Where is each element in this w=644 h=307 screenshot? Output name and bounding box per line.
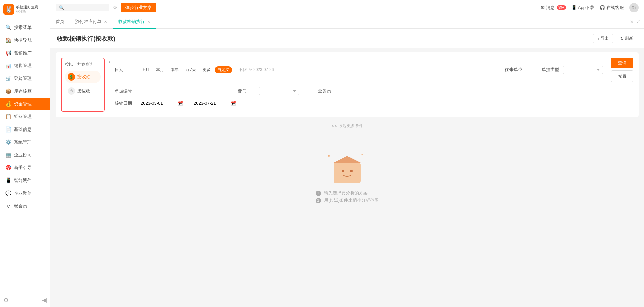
dept-select[interactable] xyxy=(259,87,299,95)
prepay-tab-close[interactable]: ✕ xyxy=(103,19,108,25)
nav-icon-business: 📋 xyxy=(5,114,11,120)
user-avatar[interactable]: Rit xyxy=(629,3,639,12)
logo-icon: 🐰 xyxy=(3,4,14,15)
verify-end-cal-icon[interactable]: 📅 xyxy=(230,101,236,106)
sidebar-item-member[interactable]: V畅会员 xyxy=(0,200,50,212)
refresh-icon: ↻ xyxy=(620,36,624,41)
partner-group: 往来单位 ··· xyxy=(505,66,531,73)
nav-icon-collab: 🏢 xyxy=(5,152,11,158)
sidebar-item-sales[interactable]: 📊销售管理 xyxy=(0,59,50,72)
nav-label-hardware: 智能硬件 xyxy=(14,177,32,184)
collapse-more-section: ∧∧ 收起更多条件 xyxy=(56,121,639,131)
sidebar-item-purchase[interactable]: 🛒采购管理 xyxy=(0,72,50,85)
filter-form: 日期 上月 本月 本年 近7天 更多 自定义 不限 至 2023-07-26 xyxy=(115,58,633,112)
doc-type-label: 单据类型 xyxy=(542,67,560,73)
verify-start-cal-icon[interactable]: 📅 xyxy=(177,101,183,106)
filter-section: 按以下方案查询 💲 按收款 ⏱ 按应收 ‹ 日期 上月 本月 xyxy=(56,52,639,117)
sidebar-item-business[interactable]: 📋经营管理 xyxy=(0,110,50,123)
message-btn[interactable]: ✉ 消息 99+ xyxy=(541,5,566,11)
nav-icon-wechat: 💬 xyxy=(5,190,11,196)
svg-text:✦: ✦ xyxy=(361,153,363,157)
tab-prepay[interactable]: 预付冲应付单 ✕ xyxy=(70,15,113,29)
receipt-tab-close[interactable]: ✕ xyxy=(147,19,151,25)
page-content: 收款核销执行(按收款) ↑ 导出 ↻ 刷新 按以下方案查询 💲 按收款 xyxy=(50,29,644,307)
tab-home[interactable]: 首页 xyxy=(50,15,70,29)
nav-label-marketing: 营销推广 xyxy=(14,50,32,56)
sidebar-item-collab[interactable]: 🏢企业协同 xyxy=(0,149,50,161)
sidebar-item-basicinfo[interactable]: 📄基础信息 xyxy=(0,123,50,136)
nav-label-finance: 资金管理 xyxy=(14,101,32,107)
date-btn-this-year[interactable]: 本年 xyxy=(168,66,181,73)
industry-btn[interactable]: 体验行业方案 xyxy=(121,3,156,12)
message-icon: ✉ xyxy=(541,5,545,10)
sidebar-item-hardware[interactable]: 📱智能硬件 xyxy=(0,174,50,187)
dept-group: 部门 xyxy=(238,87,299,95)
tab-bar: 首页 预付冲应付单 ✕ 收款核销执行 ✕ ✕ ⤢ xyxy=(50,15,644,29)
filter-sidebar: 按以下方案查询 💲 按收款 ⏱ 按应收 xyxy=(61,58,105,112)
main-area: 🔍 ⚙ 体验行业方案 ✉ 消息 99+ 📱 App下载 🎧 在线客服 Rit xyxy=(50,0,644,307)
empty-state: ✦ ✦ 1 请先选择要分析的方案 2 用[过滤]条件来缩小分析范围 xyxy=(50,131,644,225)
date-custom-badge[interactable]: 自定义 xyxy=(215,66,232,73)
date-btn-this-month[interactable]: 本月 xyxy=(153,66,167,73)
date-btn-more[interactable]: 更多 xyxy=(200,66,213,73)
doc-type-select[interactable] xyxy=(563,66,603,74)
receipt-opt-icon: 💲 xyxy=(68,73,75,81)
header-gear-icon[interactable]: ⚙ xyxy=(113,4,117,11)
maximize-icon[interactable]: ⤢ xyxy=(637,19,641,24)
header-right: ✉ 消息 99+ 📱 App下载 🎧 在线客服 Rit xyxy=(541,3,639,12)
doc-no-input[interactable] xyxy=(139,87,212,95)
sidebar-item-marketing[interactable]: 📢营销推广 xyxy=(0,47,50,59)
app-icon: 📱 xyxy=(571,5,577,10)
partner-label: 往来单位 xyxy=(505,67,523,73)
nav-icon-system: ⚙️ xyxy=(5,139,11,145)
filter-option-by-receivable[interactable]: ⏱ 按应收 xyxy=(65,85,101,97)
sidebar-item-quicknav[interactable]: 🏠快捷导航 xyxy=(0,34,50,47)
sidebar-item-wechat[interactable]: 💬企业微信 xyxy=(0,187,50,200)
action-btns: 查询 设置 xyxy=(611,58,633,82)
sidebar-item-system[interactable]: ⚙️系统管理 xyxy=(0,136,50,149)
settings-icon[interactable]: ⚙ xyxy=(3,296,9,304)
staff-dots[interactable]: ··· xyxy=(339,87,344,94)
app-download-btn[interactable]: 📱 App下载 xyxy=(571,5,594,11)
empty-illustration: ✦ ✦ xyxy=(327,151,367,185)
close-tab-icon[interactable]: ✕ xyxy=(630,19,634,24)
date-btn-7days[interactable]: 近7天 xyxy=(183,66,199,73)
export-btn[interactable]: ↑ 导出 xyxy=(593,34,613,43)
nav-icon-inventory: 📦 xyxy=(5,88,11,94)
dept-label: 部门 xyxy=(238,88,256,94)
nav-icon-member: V xyxy=(5,203,11,209)
tab-receipt[interactable]: 收款核销执行 ✕ xyxy=(113,15,156,29)
filter-option-by-receipt[interactable]: 💲 按收款 xyxy=(65,71,101,83)
nav-icon-marketing: 📢 xyxy=(5,50,11,56)
header-search-bar[interactable]: 🔍 xyxy=(56,4,109,11)
sidebar-item-guide[interactable]: 🎯新手引导 xyxy=(0,161,50,174)
nav-icon-guide: 🎯 xyxy=(5,165,11,171)
partner-dots[interactable]: ··· xyxy=(526,66,531,73)
top-header: 🔍 ⚙ 体验行业方案 ✉ 消息 99+ 📱 App下载 🎧 在线客服 Rit xyxy=(50,0,644,15)
collapse-more-btn[interactable]: ∧∧ 收起更多条件 xyxy=(331,123,363,129)
online-service-btn[interactable]: 🎧 在线客服 xyxy=(600,5,624,11)
query-btn[interactable]: 查询 xyxy=(611,58,633,68)
sidebar-bottom: ⚙ ◀ xyxy=(0,293,50,307)
sidebar-item-finance[interactable]: 💰资金管理 xyxy=(0,98,50,110)
empty-tip-2: 2 用[过滤]条件来缩小分析范围 xyxy=(316,197,379,203)
verify-start-date[interactable] xyxy=(139,100,175,107)
nav-icon-purchase: 🛒 xyxy=(5,75,11,82)
search-icon: 🔍 xyxy=(59,5,64,10)
nav-label-business: 经营管理 xyxy=(14,114,32,120)
sidebar-nav: 🔍搜索菜单🏠快捷导航📢营销推广📊销售管理🛒采购管理📦库存核算💰资金管理📋经营管理… xyxy=(0,19,50,293)
refresh-btn[interactable]: ↻ 刷新 xyxy=(616,34,637,43)
sidebar-item-inventory[interactable]: 📦库存核算 xyxy=(0,85,50,98)
sidebar-item-search[interactable]: 🔍搜索菜单 xyxy=(0,21,50,34)
settings-btn[interactable]: 设置 xyxy=(611,70,633,82)
filter-collapse-btn[interactable]: ‹ xyxy=(109,58,111,112)
home-tab-label: 首页 xyxy=(56,19,64,25)
prepay-tab-label: 预付冲应付单 xyxy=(75,19,101,25)
logo-subtitle: 标准版 xyxy=(16,9,38,14)
date-btn-last-month[interactable]: 上月 xyxy=(139,66,152,73)
verify-end-date[interactable] xyxy=(192,100,228,107)
date-no-limit-text: 不限 xyxy=(239,67,247,73)
collapse-sidebar-icon[interactable]: ◀ xyxy=(42,296,47,304)
nav-label-member: 畅会员 xyxy=(14,203,27,209)
tab-bar-actions: ✕ ⤢ xyxy=(630,15,644,28)
